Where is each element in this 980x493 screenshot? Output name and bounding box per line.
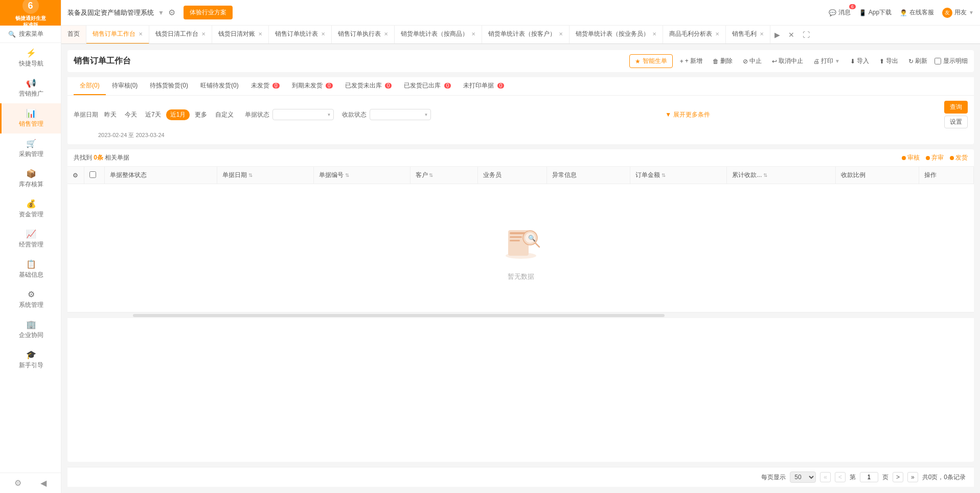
sub-tab-expired-not-shipped[interactable]: 到期未发货 0 — [286, 77, 339, 95]
sub-tab-all[interactable]: 全部(0) — [74, 77, 106, 95]
tab-margin-analysis[interactable]: 商品毛利分析表 ✕ — [663, 26, 726, 44]
date-yesterday-btn[interactable]: 昨天 — [101, 109, 120, 120]
tab-sales-workbench[interactable]: 销售订单工作台 ✕ — [86, 26, 149, 44]
th-staff: 业务员 — [477, 167, 546, 184]
sidebar-item-finance[interactable]: 💰 资金管理 — [0, 194, 61, 224]
status-select-wrapper — [272, 109, 334, 120]
tab-cash-daily[interactable]: 钱货日清工作台 ✕ — [149, 26, 212, 44]
last-page-btn[interactable]: » — [907, 472, 918, 482]
status-select[interactable] — [272, 109, 334, 120]
sub-tab-pending-review[interactable]: 待审核(0) — [106, 77, 144, 95]
th-check[interactable] — [84, 167, 104, 184]
sub-tab-shipped-not-out[interactable]: 已发货未出库 0 — [339, 77, 398, 95]
sidebar-item-operation[interactable]: 📈 经营管理 — [0, 224, 61, 254]
show-detail-checkbox[interactable]: 显示明细 — [935, 57, 968, 65]
sidebar-search[interactable]: 🔍 搜索菜单 — [0, 26, 61, 43]
tab-sales-profit-close-icon[interactable]: ✕ — [760, 31, 764, 37]
industry-btn[interactable]: 体验行业方案 — [184, 6, 233, 19]
tab-sales-exec[interactable]: 销售订单执行表 ✕ — [332, 26, 395, 44]
export-btn[interactable]: ⬆ 导出 — [876, 55, 901, 68]
online-service-btn[interactable]: 👨‍💼 在线客服 — [900, 8, 934, 17]
pause-btn[interactable]: ⊘ 中止 — [740, 55, 765, 68]
sub-tab-pending-inspect[interactable]: 待拣货验货(0) — [144, 77, 194, 95]
user-btn[interactable]: 友 用友 ▼ — [942, 8, 974, 18]
sidebar-item-basic[interactable]: 📋 基础信息 — [0, 254, 61, 284]
sub-tab-wangpu-pending[interactable]: 旺铺待发货(0) — [194, 77, 245, 95]
sidebar-item-sales[interactable]: 📊 销售管理 — [0, 103, 61, 133]
tab-sold-by-staff[interactable]: 销货单统计表（按业务员） ✕ — [569, 26, 663, 44]
show-detail-input[interactable] — [935, 58, 941, 64]
date-custom-btn[interactable]: 自定义 — [212, 109, 237, 120]
tab-cash-daily-close-icon[interactable]: ✕ — [201, 31, 206, 37]
message-btn[interactable]: 💬 6 消息 — [829, 8, 851, 17]
date-7days-btn[interactable]: 近7天 — [142, 109, 164, 120]
tab-sales-stat-close-icon[interactable]: ✕ — [321, 31, 325, 37]
app-download-btn[interactable]: 📱 App下载 — [859, 8, 892, 17]
th-customer[interactable]: 客户 — [410, 167, 477, 184]
tab-sales-exec-close-icon[interactable]: ✕ — [384, 31, 388, 37]
th-settings[interactable]: ⚙ — [67, 167, 84, 184]
tab-sales-close-icon[interactable]: ✕ — [139, 31, 143, 37]
topbar-gear-icon[interactable]: ⚙ — [168, 8, 175, 17]
sidebar-item-quick-nav[interactable]: ⚡ 快捷导航 — [0, 43, 61, 73]
page-size-select[interactable]: 10 20 50 100 — [790, 472, 816, 483]
tab-more-btn[interactable]: ▶ — [770, 31, 784, 39]
tab-close-all-btn[interactable]: ✕ — [784, 31, 799, 39]
pay-status-select[interactable] — [370, 109, 431, 120]
cancel-pause-btn[interactable]: ↩ 取消中止 — [769, 55, 806, 68]
date-1month-btn[interactable]: 近1月 — [166, 109, 190, 120]
th-amount[interactable]: 订单金额 — [630, 167, 727, 184]
review-btn[interactable]: 审核 — [902, 153, 920, 162]
horizontal-scrollbar[interactable] — [67, 312, 974, 318]
sidebar-item-inventory[interactable]: 📦 库存核算 — [0, 164, 61, 194]
setting-btn[interactable]: 设置 — [944, 116, 968, 128]
sidebar-item-guide[interactable]: 🎓 新手引导 — [0, 345, 61, 375]
tab-cash-reconcile[interactable]: 钱货日清对账 ✕ — [212, 26, 269, 44]
table-actions: 审核 弃审 发货 — [902, 153, 968, 162]
un-review-btn[interactable]: 弃审 — [926, 153, 944, 162]
select-all-checkbox[interactable] — [89, 171, 96, 178]
first-page-btn[interactable]: « — [820, 472, 831, 482]
tab-cash-reconcile-close-icon[interactable]: ✕ — [258, 31, 262, 37]
th-date[interactable]: 单据日期 — [217, 167, 313, 184]
scrollbar-thumb[interactable] — [133, 314, 665, 317]
print-btn[interactable]: 🖨 打印 ▼ — [810, 55, 843, 68]
date-more-btn[interactable]: 更多 — [192, 109, 210, 120]
tab-sold-by-product-close-icon[interactable]: ✕ — [471, 31, 475, 37]
sidebar-item-system[interactable]: ⚙ 系统管理 — [0, 284, 61, 315]
tab-fullscreen-btn[interactable]: ⛶ — [799, 31, 814, 39]
tab-sales-profit[interactable]: 销售毛利 ✕ — [726, 26, 770, 44]
next-page-btn[interactable]: > — [893, 472, 903, 482]
tab-sales-stat[interactable]: 销售订单统计表 ✕ — [269, 26, 332, 44]
th-collected[interactable]: 累计收款... — [727, 167, 836, 184]
sidebar-item-purchase[interactable]: 🛒 采购管理 — [0, 133, 61, 164]
tab-margin-analysis-close-icon[interactable]: ✕ — [715, 31, 719, 37]
expand-filter-btn[interactable]: ▼ 展开更多条件 — [665, 110, 710, 119]
tab-sold-by-customer-close-icon[interactable]: ✕ — [559, 31, 563, 37]
smart-gen-btn[interactable]: ★ 智能生单 — [629, 54, 673, 68]
sidebar-item-enterprise[interactable]: 🏢 企业协同 — [0, 315, 61, 345]
prev-page-btn[interactable]: < — [835, 472, 846, 482]
tab-sold-by-customer[interactable]: 销货单统计表（按客户） ✕ — [482, 26, 569, 44]
sub-tab-not-printed[interactable]: 未打印单据 0 — [457, 77, 510, 95]
settings-bottom-btn[interactable]: ⚙ — [14, 478, 21, 488]
tab-sold-by-product[interactable]: 销货单统计表（按商品） ✕ — [395, 26, 482, 44]
sub-tab-shipped-out[interactable]: 已发货已出库 0 — [398, 77, 457, 95]
date-range-display: 2023-02-24 至 2023-03-24 — [74, 131, 968, 139]
page-num-input[interactable] — [860, 472, 878, 482]
tab-sold-by-staff-close-icon[interactable]: ✕ — [652, 31, 656, 37]
add-btn[interactable]: + + 新增 — [677, 55, 705, 68]
query-btn[interactable]: 查询 — [944, 101, 968, 114]
topbar-dropdown[interactable]: ▼ — [158, 9, 164, 16]
tab-home[interactable]: 首页 — [61, 26, 86, 44]
date-today-btn[interactable]: 今天 — [122, 109, 140, 120]
pay-status-select-wrapper — [370, 109, 431, 120]
th-number[interactable]: 单据编号 — [313, 167, 410, 184]
delete-btn[interactable]: 🗑 删除 — [710, 55, 736, 68]
refresh-btn[interactable]: ↻ 刷新 — [905, 55, 930, 68]
collapse-btn[interactable]: ◀ — [40, 478, 47, 488]
import-btn[interactable]: ⬇ 导入 — [847, 55, 872, 68]
sidebar-item-marketing[interactable]: 📢 营销推广 — [0, 73, 61, 103]
sub-tab-not-shipped[interactable]: 未发货 0 — [245, 77, 286, 95]
ship-btn[interactable]: 发货 — [950, 153, 968, 162]
